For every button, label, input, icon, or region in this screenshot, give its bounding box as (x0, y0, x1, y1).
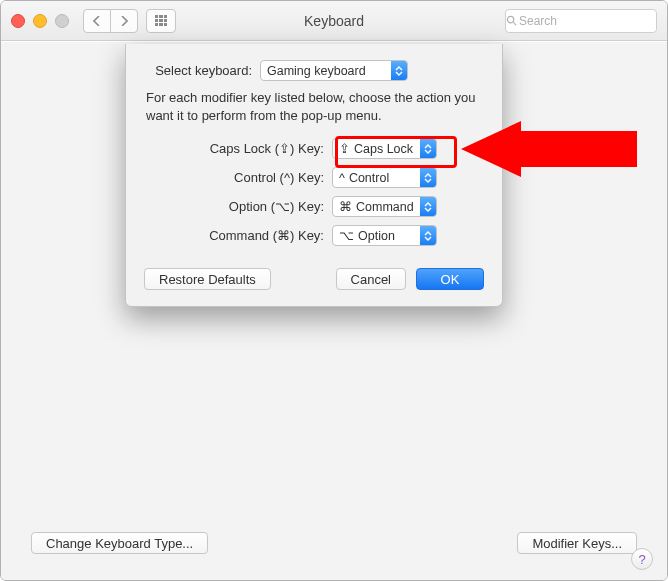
select-keyboard-popup[interactable]: Gaming keyboard (260, 60, 408, 81)
option-label: Option (⌥) Key: (144, 199, 324, 214)
grid-icon (155, 15, 167, 27)
nav-back-forward (83, 9, 138, 33)
capslock-symbol-icon: ⇪ (339, 141, 350, 156)
pane-footer: Change Keyboard Type... Modifier Keys... (31, 532, 637, 554)
control-value: Control (349, 171, 389, 185)
command-symbol-icon: ⌥ (339, 228, 354, 243)
popup-arrows-icon (420, 226, 436, 245)
minimize-button[interactable] (33, 14, 47, 28)
search-input[interactable] (517, 13, 668, 29)
window-controls (11, 14, 69, 28)
modifier-keys-button[interactable]: Modifier Keys... (517, 532, 637, 554)
option-popup[interactable]: ⌘ Command (332, 196, 437, 217)
close-button[interactable] (11, 14, 25, 28)
command-popup[interactable]: ⌥ Option (332, 225, 437, 246)
select-keyboard-value: Gaming keyboard (261, 64, 372, 78)
forward-button[interactable] (110, 10, 137, 32)
cancel-button[interactable]: Cancel (336, 268, 406, 290)
search-field[interactable] (505, 9, 657, 33)
popup-arrows-icon (420, 168, 436, 187)
zoom-button[interactable] (55, 14, 69, 28)
pane-body: Select keyboard: Gaming keyboard For eac… (1, 42, 667, 580)
capslock-popup[interactable]: ⇪ Caps Lock (332, 138, 437, 159)
command-value: Option (358, 229, 395, 243)
change-keyboard-type-button[interactable]: Change Keyboard Type... (31, 532, 208, 554)
select-keyboard-label: Select keyboard: (144, 63, 252, 78)
option-symbol-icon: ⌘ (339, 199, 352, 214)
restore-defaults-button[interactable]: Restore Defaults (144, 268, 271, 290)
help-button[interactable]: ? (631, 548, 653, 570)
titlebar: Keyboard (1, 1, 667, 41)
ok-button[interactable]: OK (416, 268, 484, 290)
control-symbol-icon: ^ (339, 171, 345, 185)
system-preferences-window: Keyboard Select keyboard: Gaming keyboar… (0, 0, 668, 581)
search-icon (506, 15, 517, 26)
option-value: Command (356, 200, 414, 214)
sheet-description: For each modifier key listed below, choo… (146, 89, 482, 124)
show-all-button[interactable] (146, 9, 176, 33)
svg-line-1 (513, 22, 516, 25)
modifier-keys-sheet: Select keyboard: Gaming keyboard For eac… (125, 44, 503, 307)
svg-point-0 (507, 16, 513, 22)
capslock-label: Caps Lock (⇪) Key: (144, 141, 324, 156)
popup-arrows-icon (420, 139, 436, 158)
command-label: Command (⌘) Key: (144, 228, 324, 243)
popup-arrows-icon (420, 197, 436, 216)
popup-arrows-icon (391, 61, 407, 80)
capslock-value: Caps Lock (354, 142, 413, 156)
control-label: Control (^) Key: (144, 170, 324, 185)
back-button[interactable] (84, 10, 110, 32)
control-popup[interactable]: ^ Control (332, 167, 437, 188)
